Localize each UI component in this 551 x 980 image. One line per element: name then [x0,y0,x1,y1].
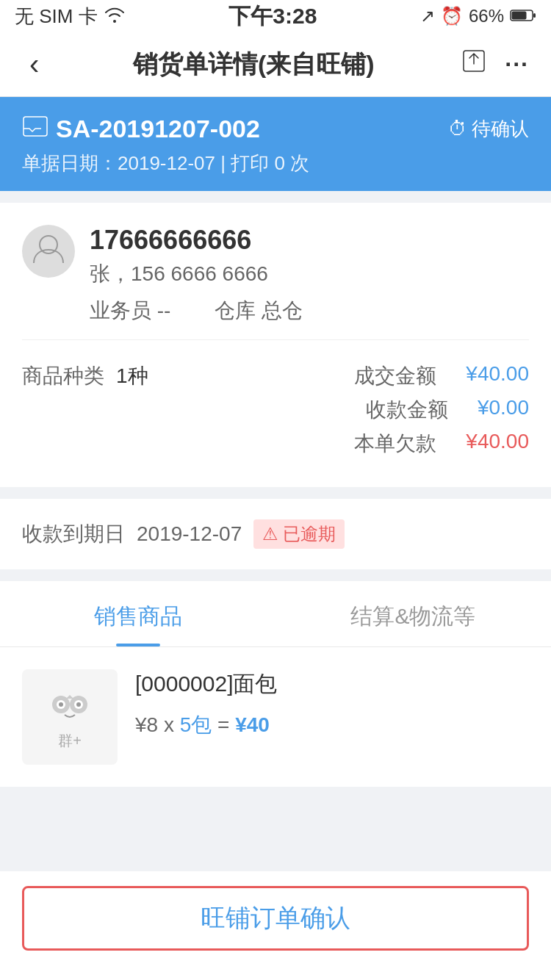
tabs-section: 销售商品 结算&物流等 群+ [0000002]面包 ¥8 [0,581,551,787]
product-name: [0000002]面包 [135,669,529,699]
location-icon: ↗ [420,6,435,26]
share-icon[interactable] [461,48,487,81]
more-icon[interactable]: ··· [505,51,529,78]
tab-settlement[interactable]: 结算&物流等 [276,581,551,646]
product-thumbnail: 群+ [22,669,118,765]
product-info: [0000002]面包 ¥8 x 5包 = ¥40 [135,669,529,739]
svg-rect-1 [511,12,526,20]
avatar [22,225,75,278]
product-qty: 5包 [180,713,212,736]
arrears-row: 本单欠款 ¥40.00 [354,430,529,458]
battery-text: 66% [469,6,504,26]
wifi-icon [104,5,126,28]
nav-right-actions: ··· [461,48,529,81]
arrears-value: ¥40.00 [466,430,529,458]
multiply-sign: x [164,713,180,736]
summary-right: 成交金额 ¥40.00 收款金额 ¥0.00 本单欠款 ¥40.00 [354,362,529,458]
deal-amount-label: 成交金额 [354,362,436,390]
order-header-top: SA-20191207-002 ⏱ 待确认 [22,115,529,143]
order-date-info: 单据日期：2019-12-07 | 打印 0 次 [22,151,529,176]
page-title: 销货单详情(来自旺铺) [133,48,375,82]
category-value: 1种 [116,362,148,390]
deal-amount-value: ¥40.00 [466,362,529,390]
tab-sales-goods[interactable]: 销售商品 [0,581,276,646]
customer-meta: 业务员 -- 仓库 总仓 [90,297,529,325]
customer-section: 17666666666 张，156 6666 6666 业务员 -- 仓库 总仓 [22,225,529,325]
svg-rect-2 [533,13,536,18]
order-status: ⏱ 待确认 [448,116,529,142]
product-total: ¥40 [235,713,270,736]
clock-icon: ⏱ [448,118,467,140]
customer-phone: 17666666666 [90,225,529,256]
alarm-icon: ⏰ [441,6,463,26]
customer-name: 张，156 6666 6666 [90,260,529,288]
svg-point-10 [59,702,63,707]
status-bar-right: ↗ ⏰ 66% [420,6,536,26]
carrier-text: 无 SIM 卡 [15,4,98,29]
customer-info: 17666666666 张，156 6666 6666 业务员 -- 仓库 总仓 [90,225,529,325]
overdue-text: 已逾期 [283,522,336,546]
product-item: 群+ [0000002]面包 ¥8 x 5包 = ¥40 [0,647,551,787]
due-date-value: 2019-12-07 [137,522,242,546]
status-bar: 无 SIM 卡 下午3:28 ↗ ⏰ 66% [0,0,551,32]
confirm-order-button[interactable]: 旺铺订单确认 [22,886,529,951]
avatar-icon [30,230,67,273]
customer-card: 17666666666 张，156 6666 6666 业务员 -- 仓库 总仓… [0,203,551,487]
inbox-icon [22,115,48,143]
svg-rect-4 [24,117,47,136]
received-label: 收款金额 [366,396,448,424]
warehouse-label: 仓库 总仓 [215,297,303,325]
product-thumb-label: 群+ [58,731,82,751]
due-date-label: 收款到期日 [22,520,125,548]
back-button[interactable]: ‹ [22,40,46,88]
status-bar-left: 无 SIM 卡 [15,4,126,29]
overdue-badge: ⚠ 已逾期 [253,519,345,549]
order-header-card: SA-20191207-002 ⏱ 待确认 单据日期：2019-12-07 | … [0,97,551,191]
status-time: 下午3:28 [228,1,317,32]
nav-bar: ‹ 销货单详情(来自旺铺) ··· [0,32,551,97]
divider-1 [22,339,529,340]
due-date-card: 收款到期日 2019-12-07 ⚠ 已逾期 [0,499,551,569]
arrears-label: 本单欠款 [354,430,436,458]
order-id: SA-20191207-002 [22,115,260,143]
tabs-header: 销售商品 结算&物流等 [0,581,551,647]
summary-section: 商品种类 1种 成交金额 ¥40.00 收款金额 ¥0.00 本单欠款 ¥40.… [22,355,529,465]
bottom-btn-wrap: 旺铺订单确认 [0,871,551,980]
equals-sign: = [217,713,235,736]
product-unit-price: ¥8 [135,713,158,736]
category-label: 商品种类 [22,362,104,390]
summary-left: 商品种类 1种 [22,362,148,390]
product-price: ¥8 x 5包 = ¥40 [135,711,529,739]
deal-amount-row: 成交金额 ¥40.00 [354,362,529,390]
svg-point-11 [76,702,81,707]
battery-icon [510,6,536,26]
warning-icon: ⚠ [262,524,278,544]
received-value: ¥0.00 [478,396,529,424]
salesperson-label: 业务员 -- [90,297,170,325]
received-row: 收款金额 ¥0.00 [366,396,529,424]
